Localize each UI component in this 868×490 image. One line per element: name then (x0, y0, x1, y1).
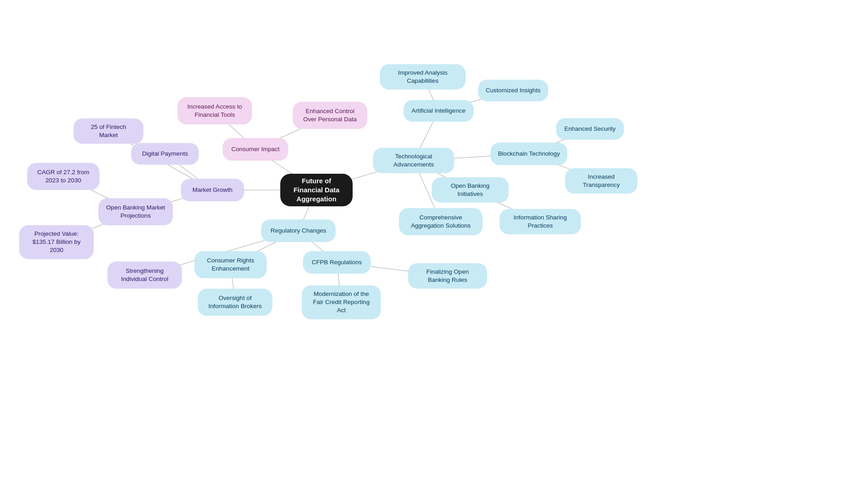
node-oversight[interactable]: Oversight of Information Brokers (198, 289, 273, 316)
mindmap-canvas: Future of Financial Data AggregationCons… (0, 0, 868, 490)
node-open_banking_init[interactable]: Open Banking Initiatives (432, 177, 509, 203)
node-consumer_rights[interactable]: Consumer Rights Enhancement (194, 251, 267, 278)
node-digital_payments[interactable]: Digital Payments (131, 143, 199, 165)
node-finalizing[interactable]: Finalizing Open Banking Rules (408, 263, 487, 289)
node-market_growth[interactable]: Market Growth (181, 179, 244, 201)
node-enhanced_control[interactable]: Enhanced Control Over Personal Data (293, 102, 368, 129)
node-center[interactable]: Future of Financial Data Aggregation (280, 174, 353, 206)
node-open_banking_proj[interactable]: Open Banking Market Projections (99, 198, 173, 225)
node-comp_aggregation[interactable]: Comprehensive Aggregation Solutions (399, 208, 483, 235)
node-fintech_25[interactable]: 25 of Fintech Market (74, 119, 144, 144)
node-ai[interactable]: Artificial Intelligence (404, 100, 474, 122)
node-strengthening[interactable]: Strengthening Individual Control (108, 262, 182, 289)
node-customized_insights[interactable]: Customized Insights (478, 80, 548, 101)
node-increased_access[interactable]: Increased Access to Financial Tools (178, 97, 252, 124)
node-improved_analysis[interactable]: Improved Analysis Capabilities (380, 64, 466, 90)
node-consumer_impact[interactable]: Consumer Impact (223, 138, 288, 161)
node-projected_value[interactable]: Projected Value: $135.17 Billion by 2030 (19, 225, 94, 259)
node-enhanced_security[interactable]: Enhanced Security (556, 118, 624, 140)
node-tech_advancements[interactable]: Technological Advancements (373, 148, 454, 173)
node-regulatory_changes[interactable]: Regulatory Changes (261, 219, 336, 242)
node-modernization[interactable]: Modernization of the Fair Credit Reporti… (302, 285, 381, 319)
node-cfpb[interactable]: CFPB Regulations (303, 251, 371, 274)
node-cagr[interactable]: CAGR of 27.2 from 2023 to 2030 (27, 163, 99, 190)
node-increased_transparency[interactable]: Increased Transparency (565, 168, 637, 194)
node-info_sharing[interactable]: Information Sharing Practices (500, 209, 581, 234)
node-blockchain[interactable]: Blockchain Technology (491, 143, 567, 165)
